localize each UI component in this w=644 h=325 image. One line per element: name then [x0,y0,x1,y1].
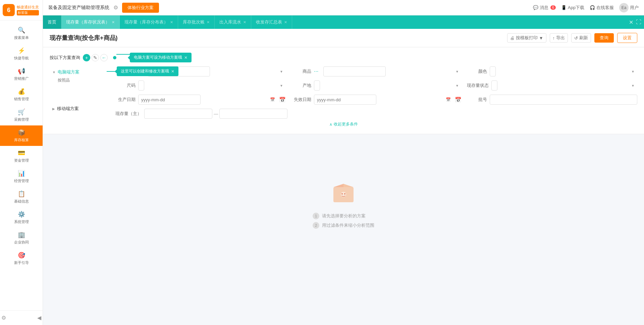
tooltip2-close-btn[interactable]: ✕ [171,69,174,74]
tab-inventory-status[interactable]: 现存量（库存状况表） ✕ [61,15,120,29]
stock-qty-from-input[interactable] [144,109,212,119]
svg-point-3 [344,193,345,195]
chevron-up-icon: ∧ [329,122,332,127]
tooltip2-text: 这里可以创建和修改方案哦 [121,68,169,74]
user-item[interactable]: Ea 用户 [619,3,639,12]
sidebar-item-finance[interactable]: 💳 资金管理 [0,146,43,166]
mobile-scheme-label: 移动端方案 [57,106,79,112]
message-badge: 6 [550,5,556,10]
close-all-tabs-icon[interactable]: ✕ [629,19,633,25]
scheme-sub-item[interactable]: 按照品 [50,76,110,84]
tab-inventory-dist[interactable]: 现存量（库存分布表） ✕ [120,15,178,29]
online-support-item[interactable]: 🎧 在线客服 [590,5,614,11]
refresh-btn[interactable]: ↺ 刷新 [571,33,591,43]
collapse-btn[interactable]: ∧ 收起更多条件 [329,121,358,127]
search-btn[interactable]: 查询 [594,33,614,43]
filter-row-3: 生产日期 📅 失效日期 [115,95,637,105]
sidebar-item-operation[interactable]: 📊 经营管理 [0,166,43,187]
trial-btn[interactable]: 体验行业方案 [122,3,159,13]
sidebar-item-marketing[interactable]: 📢 营销推广 [0,64,43,85]
expand-icon[interactable]: ⛶ [636,19,641,25]
message-item[interactable]: 💬 消息 6 [533,5,556,11]
filter-prod-date: 生产日期 📅 [115,95,286,105]
color-label: 颜色 [467,68,487,74]
tab-recv-summary[interactable]: 收发存汇总表 ✕ [251,15,292,29]
origin-select[interactable] [314,80,320,91]
sidebar-item-basic-info[interactable]: 📋 基础信息 [0,187,43,207]
sidebar-item-guide[interactable]: 🎯 新手引导 [0,248,43,269]
goods-select-wrapper [323,66,462,76]
sidebar-item-label: 快捷导航 [14,56,29,61]
sidebar-item-sales[interactable]: 💰 销售管理 [0,85,43,105]
tab-close-icon[interactable]: ✕ [284,20,287,24]
sidebar-item-label: 系统管理 [14,219,29,224]
sidebar-item-purchase[interactable]: 🛒 采购管理 [0,105,43,125]
batch-input[interactable] [490,95,637,105]
sidebar-item-inventory[interactable]: 📦 库存核算 [0,125,43,146]
prod-date-label: 生产日期 [115,97,136,103]
header-gear-icon[interactable]: ⚙ [113,4,118,11]
prev-scheme-btn[interactable]: ← [100,54,108,61]
size-select[interactable] [138,80,144,91]
sidebar-item-quick-nav[interactable]: ⚡ 快捷导航 [0,44,43,64]
size-label: 尺码 [115,83,136,89]
step-1-text: 请先选择要分析的方案 [322,213,366,219]
search-icon: 🔍 [18,26,25,34]
filter-header: 按以下方案查询 + ✎ ← 电脑方案可设为移动方案哦 ✕ [50,53,637,62]
tab-close-icon[interactable]: ✕ [207,20,210,24]
connector-dot [113,56,116,59]
tab-close-icon[interactable]: ✕ [112,20,115,24]
tab-batch-ledger[interactable]: 库存批次账 ✕ [178,15,215,29]
settings-btn[interactable]: 设置 [617,33,637,43]
tooltip-close-btn[interactable]: ✕ [184,55,187,60]
online-support-label: 在线客服 [596,5,614,11]
tab-inout-flow[interactable]: 出入库流水 ✕ [215,15,251,29]
sidebar-item-label: 资金管理 [14,158,29,163]
tab-close-icon[interactable]: ✕ [170,20,173,24]
filter-goods: 商品 ··· [291,66,462,76]
stock-qty-to-input[interactable] [219,109,287,119]
color-select[interactable] [490,66,496,76]
results-area: 1 请先选择要分析的方案 2 用过滤条件来缩小分析范围 [43,134,644,268]
collapse-sidebar-icon[interactable]: ◀ [37,315,41,321]
sidebar-item-search[interactable]: 🔍 搜索菜单 [0,23,43,44]
settings-bottom-icon[interactable]: ⚙ [1,315,6,321]
color-select-wrapper [490,66,637,76]
batch-label: 批号 [467,97,487,103]
expire-date-from-wrapper [314,95,453,105]
tab-close-icon[interactable]: ✕ [243,20,246,24]
empty-illustration [327,174,360,207]
scheme-tooltip2: 这里可以创建和修改方案哦 ✕ [117,66,178,76]
basic-info-icon: 📋 [18,190,25,198]
stock-status-select[interactable] [491,80,497,91]
filter-expire-date: 失效日期 📅 [291,95,462,105]
app-download-label: App下载 [568,5,584,11]
goods-dots[interactable]: ··· [314,68,321,74]
sidebar-item-label: 销售管理 [14,97,29,102]
expire-calendar-icon: 📅 [455,97,462,103]
sidebar-item-enterprise[interactable]: 🏢 企业协同 [0,228,43,248]
tree-expand-icon: ▼ [52,70,56,74]
add-scheme-btn[interactable]: + [83,54,90,61]
app-download-item[interactable]: 📱 App下载 [561,5,584,11]
page-title: 现存量查询(按仓库+商品) [50,34,118,46]
goods-input[interactable] [323,66,386,76]
print-template-btn[interactable]: 🖨 按模板打印 ▼ [507,33,546,43]
sidebar-item-system[interactable]: ⚙️ 系统管理 [0,207,43,228]
filter-header-label: 按以下方案查询 [50,55,80,61]
print-icon: 🖨 [510,36,515,41]
connector-line [116,54,130,55]
range-separator: — [214,111,218,116]
desktop-scheme-item[interactable]: ▼ 电脑端方案 [50,68,110,76]
prod-date-from-input[interactable] [138,95,201,105]
mobile-scheme-item[interactable]: ▶ 移动端方案 [50,104,110,113]
tab-home[interactable]: 首页 [43,15,61,29]
sidebar-item-label: 搜索菜单 [14,35,29,40]
sidebar-item-label: 营销推广 [14,76,29,81]
page-header: 现存量查询(按仓库+商品) 🖨 按模板打印 ▼ ↑ 导出 ↺ 刷新 [43,29,644,47]
edit-scheme-btn[interactable]: ✎ [92,54,99,61]
export-btn[interactable]: ↑ 导出 [550,33,568,43]
tree-expand-icon2: ▶ [52,107,55,111]
expire-date-from-input[interactable] [314,95,376,105]
filter-body: ▼ 电脑端方案 按照品 这里可以创建和修改方案哦 [50,66,637,119]
